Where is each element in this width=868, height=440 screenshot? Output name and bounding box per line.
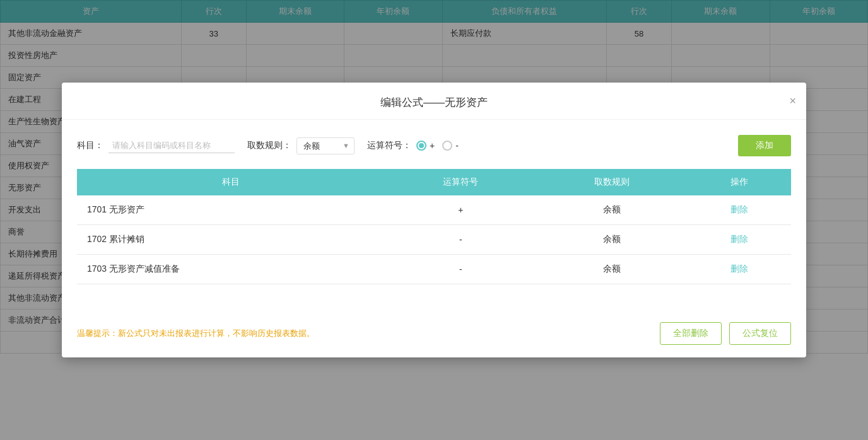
subject-group: 科目： <box>77 138 235 153</box>
formula-rule-2: 余额 <box>536 255 688 284</box>
operator-minus-radio-circle <box>442 141 452 151</box>
form-row: 科目： 取数规则： 余额 借方 贷方 借方累计 贷方累计 ▼ <box>77 135 791 156</box>
formula-operator-0: + <box>385 195 536 225</box>
modal-close-button[interactable]: × <box>789 95 796 107</box>
operator-plus-radio[interactable]: + <box>416 141 435 151</box>
operator-plus-radio-circle <box>416 141 426 151</box>
rule-label: 取数规则： <box>247 140 291 151</box>
delete-button-1[interactable]: 删除 <box>730 234 748 244</box>
operator-label: 运算符号： <box>367 140 411 151</box>
modal-title: 编辑公式——无形资产 <box>380 96 488 108</box>
col-header-action: 操作 <box>688 169 791 195</box>
delete-all-button[interactable]: 全部删除 <box>660 322 722 345</box>
formula-table: 科目 运算符号 取数规则 操作 1701 无形资产 + 余额 删除 <box>77 169 791 284</box>
formula-row-1: 1702 累计摊销 - 余额 删除 <box>77 225 791 255</box>
operator-radio-group: + - <box>416 141 459 151</box>
formula-row-2: 1703 无形资产减值准备 - 余额 删除 <box>77 255 791 284</box>
subject-label: 科目： <box>77 140 103 151</box>
col-header-operator: 运算符号 <box>385 169 536 195</box>
col-header-subject: 科目 <box>77 169 385 195</box>
formula-subject-2: 1703 无形资产减值准备 <box>77 255 385 284</box>
rule-select[interactable]: 余额 借方 贷方 借方累计 贷方累计 <box>296 137 355 154</box>
reset-formula-button[interactable]: 公式复位 <box>729 322 791 345</box>
subject-input[interactable] <box>108 138 235 153</box>
formula-subject-1: 1702 累计摊销 <box>77 225 385 255</box>
col-header-rule: 取数规则 <box>536 169 688 195</box>
warning-text: 温馨提示：新公式只对未出报表进行计算，不影响历史报表数据。 <box>77 328 315 339</box>
operator-minus-radio[interactable]: - <box>442 141 459 151</box>
rule-group: 取数规则： 余额 借方 贷方 借方累计 贷方累计 ▼ <box>247 137 355 154</box>
delete-button-0[interactable]: 删除 <box>730 204 748 214</box>
formula-action-2: 删除 <box>688 255 791 284</box>
modal-dialog: 编辑公式——无形资产 × 科目： 取数规则： 余额 <box>62 83 806 357</box>
modal-footer: 温馨提示：新公式只对未出报表进行计算，不影响历史报表数据。 全部删除 公式复位 <box>62 312 806 357</box>
formula-rule-0: 余额 <box>536 195 688 225</box>
footer-buttons: 全部删除 公式复位 <box>660 322 791 345</box>
formula-rule-1: 余额 <box>536 225 688 255</box>
add-button[interactable]: 添加 <box>738 135 791 156</box>
delete-button-2[interactable]: 删除 <box>730 263 748 274</box>
operator-plus-label: + <box>430 141 435 151</box>
formula-row-0: 1701 无形资产 + 余额 删除 <box>77 195 791 225</box>
formula-action-0: 删除 <box>688 195 791 225</box>
modal-overlay: 编辑公式——无形资产 × 科目： 取数规则： 余额 <box>0 0 868 440</box>
modal-header: 编辑公式——无形资产 × <box>62 83 806 120</box>
formula-operator-1: - <box>385 225 536 255</box>
operator-group: 运算符号： + - <box>367 140 459 151</box>
formula-subject-0: 1701 无形资产 <box>77 195 385 225</box>
rule-select-wrapper[interactable]: 余额 借方 贷方 借方累计 贷方累计 ▼ <box>296 137 355 154</box>
operator-minus-label: - <box>455 141 459 151</box>
modal-body: 科目： 取数规则： 余额 借方 贷方 借方累计 贷方累计 ▼ <box>62 120 806 312</box>
formula-action-1: 删除 <box>688 225 791 255</box>
formula-operator-2: - <box>385 255 536 284</box>
